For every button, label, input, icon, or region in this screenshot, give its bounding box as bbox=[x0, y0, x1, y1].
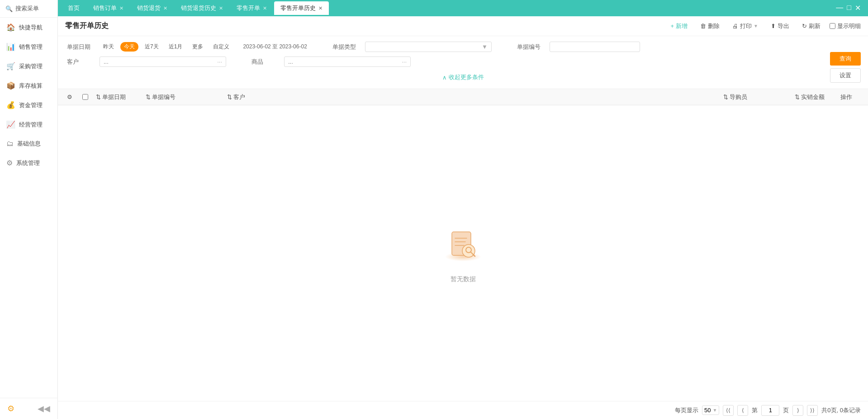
date-btn-5[interactable]: 自定义 bbox=[209, 42, 233, 52]
tab-retail-open-history-close-icon[interactable]: ✕ bbox=[318, 5, 323, 11]
filter-row-1: 单据日期 昨天今天近7天近1月更多自定义 2023-06-02 至 2023-0… bbox=[67, 42, 859, 52]
tab-home[interactable]: 首页 bbox=[62, 1, 86, 15]
th-amount-sort-icon: ⇅ bbox=[795, 94, 800, 100]
query-button[interactable]: 查询 bbox=[830, 52, 861, 66]
order-type-arrow-icon: ▼ bbox=[482, 43, 488, 50]
goods-input-wrap[interactable]: ··· bbox=[284, 56, 411, 67]
sidebar-item-base-info[interactable]: 🗂基础信息 bbox=[0, 134, 57, 153]
sidebar-collapse-icon[interactable]: ◀◀ bbox=[38, 404, 50, 414]
order-num-input[interactable] bbox=[554, 43, 636, 50]
print-button[interactable]: 🖨 打印 ▼ bbox=[729, 20, 762, 32]
date-btn-2[interactable]: 近7天 bbox=[141, 42, 162, 52]
first-page-button[interactable]: ⟨⟨ bbox=[723, 405, 734, 416]
sidebar-item-inventory[interactable]: 📦库存核算 bbox=[0, 76, 57, 95]
date-btn-3[interactable]: 近1月 bbox=[165, 42, 186, 52]
sidebar-item-sys-mgmt[interactable]: ⚙系统管理 bbox=[0, 153, 57, 173]
th-guide-sort-icon: ⇅ bbox=[723, 94, 728, 100]
sidebar-item-finance[interactable]: 💰资金管理 bbox=[0, 95, 57, 115]
sidebar-inventory-label: 库存核算 bbox=[19, 82, 43, 90]
add-button[interactable]: + 新增 bbox=[667, 20, 692, 32]
refresh-button[interactable]: ↻ 刷新 bbox=[798, 20, 824, 32]
sidebar-item-quick-nav[interactable]: 🏠快捷导航 bbox=[0, 18, 57, 37]
sidebar-purchase-mgmt-label: 采购管理 bbox=[19, 62, 43, 71]
page-word-before: 第 bbox=[752, 406, 758, 414]
goods-input[interactable] bbox=[288, 58, 400, 65]
settings-button[interactable]: 设置 bbox=[830, 68, 861, 83]
tab-sales-return-history-close-icon[interactable]: ✕ bbox=[219, 5, 223, 11]
tab-retail-open-history[interactable]: 零售开单历史✕ bbox=[274, 1, 329, 15]
table-settings-icon[interactable]: ⚙ bbox=[62, 94, 78, 100]
add-icon: + bbox=[671, 23, 674, 29]
tab-sales-return-history-label: 销货退货历史 bbox=[181, 4, 216, 12]
tab-sales-return-history[interactable]: 销货退货历史✕ bbox=[175, 1, 229, 15]
maximize-button[interactable]: □ bbox=[847, 4, 851, 12]
display-detail-checkbox[interactable] bbox=[830, 23, 835, 29]
tab-sales-order-label: 销售订单 bbox=[93, 4, 117, 12]
sidebar-item-ops-mgmt[interactable]: 📈经营管理 bbox=[0, 115, 57, 134]
th-date[interactable]: ⇅ 单据日期 bbox=[92, 93, 142, 101]
empty-state: 暂无数据 bbox=[58, 105, 868, 401]
delete-label: 删除 bbox=[708, 22, 720, 30]
tab-retail-open[interactable]: 零售开单✕ bbox=[230, 1, 273, 15]
tab-retail-open-history-label: 零售开单历史 bbox=[280, 4, 316, 12]
order-num-input-wrap[interactable] bbox=[550, 42, 640, 52]
collapse-chevron-icon: ∧ bbox=[442, 74, 447, 81]
tabs-bar: 首页销售订单✕销货退货✕销货退货历史✕零售开单✕零售开单历史✕ — □ ✕ bbox=[58, 0, 868, 16]
toolbar: 零售开单历史 + 新增 🗑 删除 🖨 打印 ▼ ⬆ 导出 ↻ 刷新 bbox=[58, 16, 868, 36]
order-type-label: 单据类型 bbox=[332, 43, 358, 51]
tab-sales-return[interactable]: 销货退货✕ bbox=[131, 1, 174, 15]
th-order-num[interactable]: ⇅ 单据编号 bbox=[142, 93, 223, 101]
customer-input[interactable] bbox=[104, 58, 215, 65]
delete-button[interactable]: 🗑 删除 bbox=[697, 20, 723, 32]
th-amount[interactable]: ⇅ 实销金额 bbox=[774, 93, 828, 101]
order-type-select[interactable]: ▼ bbox=[365, 42, 492, 52]
empty-text: 暂无数据 bbox=[451, 275, 476, 283]
tab-sales-return-close-icon[interactable]: ✕ bbox=[163, 5, 167, 11]
th-customer[interactable]: ⇅ 客户 bbox=[223, 93, 720, 101]
prev-page-button[interactable]: ⟨ bbox=[737, 405, 748, 416]
sidebar-quick-nav-label: 快捷导航 bbox=[19, 24, 43, 32]
table-select-all-checkbox[interactable] bbox=[78, 94, 92, 100]
tab-sales-order-close-icon[interactable]: ✕ bbox=[119, 5, 123, 11]
last-page-button[interactable]: ⟩⟩ bbox=[807, 405, 818, 416]
print-icon: 🖨 bbox=[732, 23, 738, 29]
toolbar-actions: + 新增 🗑 删除 🖨 打印 ▼ ⬆ 导出 ↻ 刷新 显示明细 bbox=[667, 20, 861, 32]
print-label: 打印 bbox=[740, 22, 752, 30]
date-btn-4[interactable]: 更多 bbox=[189, 42, 207, 52]
customer-input-wrap[interactable]: ··· bbox=[100, 56, 226, 67]
th-order-num-label: 单据编号 bbox=[152, 93, 175, 101]
minimize-button[interactable]: — bbox=[836, 4, 843, 12]
select-all-input[interactable] bbox=[82, 94, 88, 100]
th-customer-sort-icon: ⇅ bbox=[227, 94, 232, 100]
sidebar-item-purchase-mgmt[interactable]: 🛒采购管理 bbox=[0, 56, 57, 76]
search-icon: 🔍 bbox=[5, 5, 13, 12]
per-page-label: 每页显示 bbox=[675, 406, 698, 414]
date-range-display: 2023-06-02 至 2023-06-02 bbox=[243, 43, 307, 51]
collapse-filter-btn[interactable]: ∧ 收起更多条件 bbox=[67, 71, 859, 83]
sidebar-finance-icon: 💰 bbox=[6, 101, 15, 109]
page-num-input[interactable] bbox=[761, 405, 779, 416]
th-date-sort-icon: ⇅ bbox=[96, 94, 101, 100]
page-title: 零售开单历史 bbox=[65, 21, 109, 31]
delete-icon: 🗑 bbox=[700, 23, 706, 29]
settings-icon[interactable]: ⚙ bbox=[7, 404, 14, 414]
date-btn-1[interactable]: 今天 bbox=[120, 42, 138, 52]
page-word: 页 bbox=[783, 406, 789, 414]
export-button[interactable]: ⬆ 导出 bbox=[767, 20, 793, 32]
tab-sales-order[interactable]: 销售订单✕ bbox=[87, 1, 130, 15]
pagination: 每页显示 50 ▼ ⟨⟨ ⟨ 第 页 ⟩ ⟩⟩ 共0页, 0条记录 bbox=[58, 401, 868, 419]
sidebar-search[interactable]: 🔍 搜索采单 bbox=[0, 0, 57, 18]
th-guide-label: 导购员 bbox=[730, 93, 747, 101]
sidebar-purchase-mgmt-icon: 🛒 bbox=[6, 62, 15, 71]
close-button[interactable]: ✕ bbox=[855, 4, 861, 12]
sidebar-item-sales-mgmt[interactable]: 📊销售管理 bbox=[0, 37, 57, 56]
th-action: 操作 bbox=[828, 93, 864, 101]
th-guide[interactable]: ⇅ 导购员 bbox=[720, 93, 774, 101]
sidebar-inventory-icon: 📦 bbox=[6, 81, 15, 90]
per-page-select[interactable]: 50 ▼ bbox=[702, 405, 719, 415]
display-detail-toggle[interactable]: 显示明细 bbox=[830, 22, 861, 30]
tab-retail-open-close-icon[interactable]: ✕ bbox=[263, 5, 267, 11]
next-page-button[interactable]: ⟩ bbox=[792, 405, 803, 416]
date-btn-0[interactable]: 昨天 bbox=[100, 42, 118, 52]
refresh-label: 刷新 bbox=[809, 22, 821, 30]
